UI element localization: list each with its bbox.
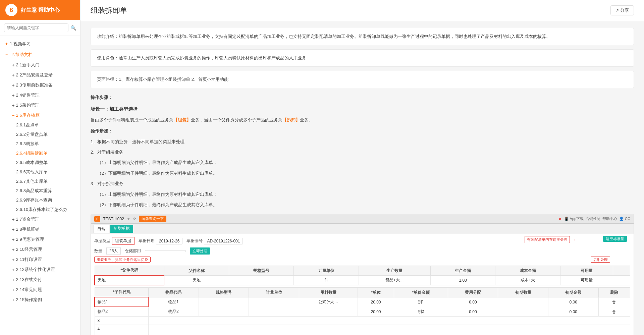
sidebar-item-2.8[interactable]: + 2.8手机旺铺 — [0, 224, 80, 234]
warehouse-input[interactable] — [145, 250, 186, 252]
app-nav-tabs: 自营 新增单据 — [91, 224, 634, 234]
lower-th-4: 计量单位 — [249, 288, 299, 297]
minus-icon-2.6: − — [12, 113, 15, 118]
tab-new[interactable]: 新增单据 — [110, 225, 133, 233]
lower-td-4-rest — [148, 325, 630, 333]
sidebar-item-2.12[interactable]: + 2.12系统个性化设置 — [0, 265, 80, 275]
steps-section: 操作步骤： 场景一：加工类型选择 当由多个子件材料组装成一个成品的业务为【组装】… — [91, 94, 634, 209]
sidebar-item-2.11[interactable]: + 2.11打印设置 — [0, 255, 80, 265]
sidebar-item-2.6.1[interactable]: 2.6.1盘点单 — [0, 120, 80, 130]
sidebar-item-2.5[interactable]: + 2.5采购管理 — [0, 100, 80, 110]
plus-icon-2.13: + — [12, 277, 15, 282]
upper-td-name: 天地 — [164, 275, 229, 285]
process-btn[interactable]: 立即处理 — [190, 247, 210, 255]
upper-th-8: 可用量 — [560, 266, 613, 276]
plus-icon-2.9: + — [12, 237, 15, 242]
adapt-btn-label[interactable]: 适应标准量 — [603, 236, 627, 242]
lower-td-2-5 — [299, 307, 358, 317]
sidebar-item-video[interactable]: + 1.视频学习 — [0, 39, 80, 49]
lower-td-4-num: 4 — [95, 325, 148, 333]
annotation3: 组装业务、拆卸业务在这里切换 — [94, 257, 151, 263]
sidebar-item-2.6.5[interactable]: 2.6.5成本调整单 — [0, 158, 80, 167]
lower-td-2-10: 0.00 — [548, 307, 598, 317]
lower-td-1-9 — [498, 297, 548, 307]
num-label: 单据编号 — [186, 238, 203, 244]
upper-th-3: 规格型号 — [229, 266, 294, 276]
search-box: 🔍 — [0, 20, 80, 36]
sidebar-item-2.4[interactable]: + 2.4销售管理 — [0, 90, 80, 100]
upper-th-1: *父件代码 — [95, 266, 164, 276]
plus-icon-2.3: + — [12, 83, 15, 88]
upper-th-7: 成本金额 — [495, 266, 560, 276]
sidebar-item-2.15[interactable]: + 2.15操作案例 — [0, 295, 80, 305]
sidebar-item-2.10[interactable]: + 2.10经营管理 — [0, 244, 80, 255]
sidebar-item-2.6.7[interactable]: 2.6.7其他出库单 — [0, 177, 80, 186]
sidebar-header: 6 好生意 帮助中心 — [0, 0, 80, 20]
upper-td-cost: 成本+大 — [495, 275, 560, 285]
screenshot-container: 6 TEST-H002 ▼ ⟳ 向前查询一下 ✕ 📱 App下载 右键检测 帮助… — [91, 214, 634, 335]
sidebar-item-docs[interactable]: − 2.帮助文档 — [0, 49, 80, 60]
sidebar-item-2.6.2[interactable]: 2.6.2分量盘点单 — [0, 130, 80, 139]
date-value[interactable]: 2019-12-26 — [156, 238, 182, 244]
share-button[interactable]: ↗ 分享 — [610, 5, 634, 15]
lower-td-2-1: 物品2 — [95, 307, 148, 317]
sync-icon: ⟳ — [133, 217, 136, 221]
lower-th-10: 初期金额 — [548, 288, 598, 297]
sidebar-item-2.6.10[interactable]: 2.6.10库存账本错了怎么办 — [0, 205, 80, 214]
sidebar-item-2.14[interactable]: + 2.14常见问题 — [0, 285, 80, 295]
step1: 1、根据不同的业务，选择不同单据的类型来处理 — [91, 138, 634, 146]
scenario1-title: 场景一：加工类型选择 — [91, 105, 634, 113]
intro-text-2: 使用角色：通常由生产人员或库管人员完成拆装业务的操作，库管人员确认原材料的出库和… — [97, 55, 306, 60]
upper-th-5: 生产数量 — [359, 266, 430, 276]
app-titlebar: 6 TEST-H002 ▼ ⟳ 向前查询一下 ✕ 📱 App下载 右键检测 帮助… — [91, 214, 634, 224]
sidebar-item-2.3[interactable]: + 2.3使用前数据准备 — [0, 80, 80, 90]
plus-icon-2.2: + — [12, 73, 15, 78]
upper-td-spec — [229, 275, 294, 285]
upper-th-6: 生产金额 — [431, 266, 495, 276]
sidebar-item-2.6.8[interactable]: 2.6.8商品成本重算 — [0, 186, 80, 196]
sidebar-item-2.6[interactable]: − 2.6库存核算 — [0, 110, 80, 120]
upper-td-code[interactable]: 天地 — [95, 275, 164, 285]
lower-td-2-del[interactable]: 🗑 — [598, 307, 630, 317]
sidebar-item-2.2[interactable]: + 2.2产品安装及登录 — [0, 70, 80, 80]
app-query-btn[interactable]: 向前查询一下 — [139, 216, 166, 222]
lower-td-1-5: 公式(+大… — [299, 297, 358, 307]
type-value[interactable]: 组装单据 — [112, 237, 135, 245]
search-input[interactable] — [4, 23, 68, 32]
num-value[interactable]: AD-20191226-001 — [204, 238, 243, 244]
lower-table: *子件代码 物品代码 规格型号 计量单位 用料数量 *单位 *单价金额 费用分配… — [94, 287, 630, 335]
plus-icon-2.10: + — [12, 247, 15, 252]
tab-ziy[interactable]: 自营 — [94, 225, 109, 233]
intro-text-1: 功能介绍：组装拆卸单用来处理企业组装或拆卸等加工业务，支持有固定装配清单的产品加… — [97, 34, 550, 39]
app-titlebar-right: ✕ 📱 App下载 右键检测 帮助中心 👤 CC — [558, 216, 630, 222]
app-close-icon: ✕ — [558, 216, 562, 222]
sidebar-item-2.6.6[interactable]: 2.6.6其他入库单 — [0, 167, 80, 177]
lower-td-1-8: 0.00 — [448, 297, 498, 307]
lower-td-1-10: 0.00 — [548, 297, 598, 307]
step2: 2、对于组装业务 — [91, 148, 634, 156]
search-button[interactable]: 🔍 — [70, 25, 76, 31]
qty-label: 数量 — [94, 248, 102, 254]
plus-icon-2.11: + — [12, 257, 15, 262]
upper-td-qty[interactable]: 货品+大… — [359, 275, 430, 285]
upper-th-4: 计量单位 — [294, 266, 359, 276]
sidebar-item-2.6.4[interactable]: 2.6.4组装拆卸单 — [0, 149, 80, 158]
logo-text: 好生意 帮助中心 — [21, 7, 60, 14]
sidebar-item-2.1[interactable]: + 2.1新手入门 — [0, 60, 80, 70]
sidebar-item-2.6.3[interactable]: 2.6.3调拨单 — [0, 139, 80, 149]
sidebar-item-2.13[interactable]: + 2.13在线支付 — [0, 275, 80, 285]
lower-td-3-rest — [148, 317, 630, 325]
lower-td-1-4 — [249, 297, 299, 307]
main: 组装拆卸单 ↗ 分享 功能介绍：组装拆卸单用来处理企业组装或拆卸等加工业务，支持… — [80, 0, 644, 335]
step2-1: （1）上部明细为父件明细，最终作为产成品生成其它入库单； — [91, 159, 634, 166]
lower-td-1-del[interactable]: 🗑 — [598, 297, 630, 307]
lower-row-5: 5 — [95, 333, 630, 335]
lower-row-4: 4 — [95, 325, 630, 333]
lower-th-7: *单价金额 — [394, 288, 448, 297]
qty-value[interactable]: 26人 — [106, 247, 121, 255]
lower-td-1-1[interactable]: 物品1 — [95, 297, 148, 307]
form-date: 单据日期 2019-12-26 — [139, 238, 182, 244]
sidebar-item-2.9[interactable]: + 2.9优惠券管理 — [0, 234, 80, 244]
sidebar-item-2.7[interactable]: + 2.7资金管理 — [0, 214, 80, 224]
sidebar-item-2.6.9[interactable]: 2.6.9库存账本查询 — [0, 196, 80, 205]
